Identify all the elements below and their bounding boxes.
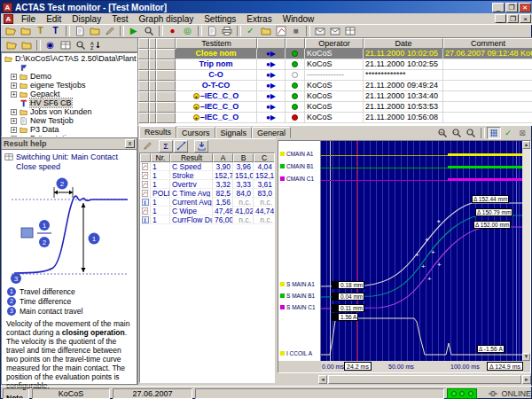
legend-cmain-a1[interactable]: CMAIN A1 [280,151,313,157]
menu-extras[interactable]: Extras [241,13,277,25]
curve-check-icon[interactable]: ✓ [501,127,515,139]
monitor-icon[interactable] [141,25,156,37]
tab-signals[interactable]: Signals [215,127,253,138]
tree-item-hv-sf6-cb[interactable]: HV SF6 CB [2,98,137,107]
tree-item-gepackt[interactable]: + Gepackt [2,90,137,98]
print-icon[interactable] [219,25,234,37]
edit-testitem-icon[interactable] [102,25,117,37]
tree-item-p3-data[interactable]: + P3 Data [2,125,137,134]
expand-sequence-icon[interactable]: + [193,114,200,121]
close-button[interactable]: × [519,3,531,12]
tree-item-jobs-von-kunden[interactable]: + Jobs von Kunden [2,107,137,116]
zoom-reset-icon[interactable] [464,127,478,139]
export-icon[interactable] [342,25,357,37]
menu-display[interactable]: Display [66,13,106,25]
col-result[interactable]: Result [170,153,213,162]
menu-settings[interactable]: Settings [199,13,241,25]
expand-icon[interactable]: + [11,74,17,80]
scroll-up-icon[interactable]: ▲ [522,141,530,149]
mdi-restore-button[interactable]: ❐ [507,14,519,23]
col-nr[interactable]: Nr. [151,153,170,162]
result-name[interactable]: CurrFlow Dur [170,215,213,224]
col-operator[interactable]: Operator [305,38,364,49]
restore-button[interactable]: ❐ [505,3,518,12]
save-icon[interactable] [18,25,33,37]
legend-smain-b1[interactable]: S MAIN B1 [280,293,315,299]
legend-cmain-b1[interactable]: CMAIN B1 [280,163,314,169]
copy-testitem-icon[interactable] [87,25,102,37]
menu-graph-display[interactable]: Graph display [134,13,200,25]
expand-icon[interactable]: + [11,109,17,115]
report-icon[interactable] [204,25,219,37]
tree-item-demo[interactable]: + Demo [2,72,137,81]
slope-icon[interactable] [174,140,188,153]
col-c[interactable]: C [254,153,275,162]
legend-smain-a1[interactable]: S MAIN A1 [280,281,315,287]
run-test-icon[interactable]: ●▶ [257,81,286,91]
scroll-down-icon[interactable]: ▼ [522,353,530,361]
folder-new-icon[interactable] [19,39,34,51]
menu-window[interactable]: Window [278,13,320,25]
tree-item-new-testjob[interactable]: + New Testjob [2,116,137,125]
legend-smain-c1[interactable]: S MAIN C1 [280,304,316,310]
tab-cursors[interactable]: Cursors [176,127,215,138]
run-test-icon[interactable]: ●▶ [257,70,286,81]
scroll-right-icon[interactable]: ► [522,375,531,384]
testitem-name[interactable]: C-O [176,70,257,81]
col-testitem[interactable]: Testitem [176,38,257,49]
testitem-name[interactable]: Trip nom [176,59,257,70]
run-test-icon[interactable]: ●▶ [257,49,286,59]
testitem-name[interactable]: +–IEC_C_O [176,91,257,102]
new-testitem-icon[interactable] [72,25,87,37]
col-b[interactable]: B [233,153,254,162]
tab-results[interactable]: Results [139,126,176,138]
mdi-minimize-button[interactable]: _ [495,14,506,23]
testplan-yellow-icon[interactable]: T [33,25,48,37]
run-test-icon[interactable]: ●▶ [257,91,286,102]
testplan-blue-icon[interactable]: T [48,25,63,37]
col-a[interactable]: A [213,153,233,162]
result-name[interactable]: C Time Avg [170,189,213,198]
expand-icon[interactable]: + [11,82,17,89]
folder-up-icon[interactable] [4,39,19,51]
graph-hscrollbar[interactable]: ◄ ► [318,375,531,384]
edit-result-icon[interactable] [140,140,154,153]
approve-icon[interactable]: ✓ [243,25,258,37]
expand-sequence-icon[interactable]: + [193,104,200,110]
testitem-name[interactable]: +–IEC_C_O [176,113,257,123]
testitem-name[interactable]: Close nom [176,49,257,59]
scroll-left-icon[interactable]: ◄ [318,375,327,384]
find-icon[interactable] [73,39,88,51]
close-graph-icon[interactable]: ⊠ [515,127,529,139]
menu-file[interactable]: File [16,13,41,25]
minimize-button[interactable]: _ [492,3,505,12]
legend-iccoil-a[interactable]: I CCOIL A [280,350,312,356]
menu-edit[interactable]: Edit [41,13,66,25]
result-help-close-icon[interactable]: x [125,139,135,148]
tree-item-eigene-testjobs[interactable]: + eigene Testjobs [2,81,137,90]
approve-archive-icon[interactable] [258,25,273,37]
testitem-name[interactable]: O-T-CO [176,81,257,91]
scrollbar-thumb[interactable] [328,375,521,384]
mail-delete-icon[interactable] [312,25,327,37]
apply-down-icon[interactable] [194,140,208,153]
expand-icon[interactable]: + [11,118,17,124]
table-view-icon[interactable] [58,39,73,51]
open-plant-icon[interactable] [3,25,18,37]
legend-cmain-c1[interactable]: CMAIN C1 [280,176,314,182]
run-test-icon[interactable]: ●▶ [257,102,286,113]
graph-vscrollbar[interactable]: ▲ ▼ [522,141,530,361]
expand-icon[interactable]: + [11,91,17,98]
plot-area[interactable]: ++ ++ ++ * Δ 152.44 mm Δ 150.79 mm Δ 152… [321,141,523,361]
grid-toggle-icon[interactable] [487,127,501,139]
expand-icon[interactable]: + [11,127,17,133]
result-name[interactable]: C Speed [170,162,213,171]
mdi-close-button[interactable]: × [520,14,531,23]
start-test-icon[interactable]: ▶ [126,25,141,37]
result-name[interactable]: Stroke [170,171,213,180]
expand-sequence-icon[interactable]: + [193,93,200,99]
result-name[interactable]: C Wipe [170,207,213,215]
col-comment[interactable]: Comment [443,38,532,49]
zoom-out-icon[interactable]: - [450,127,464,139]
sort-icon[interactable] [88,39,103,51]
